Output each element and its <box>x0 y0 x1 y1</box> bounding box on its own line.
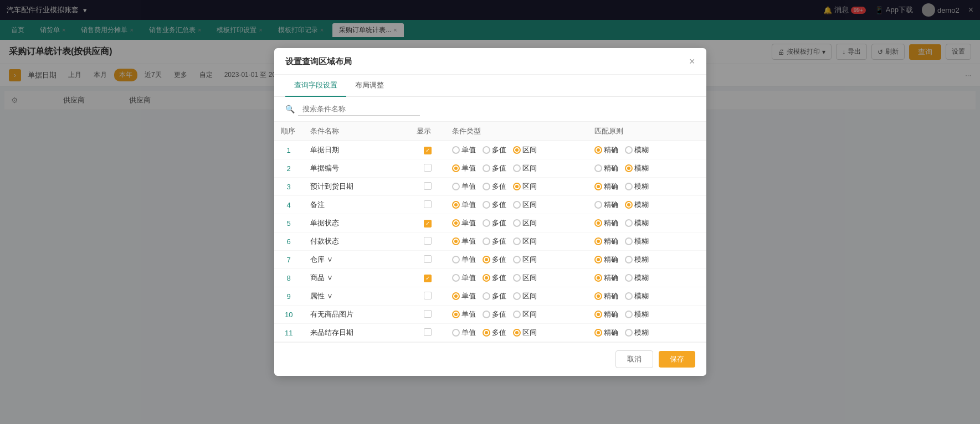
match-radio-label: 精确 <box>604 145 618 155</box>
match-radio-item[interactable]: 精确 <box>594 182 618 192</box>
show-checkbox[interactable] <box>424 164 432 172</box>
type-radio-item[interactable]: 多值 <box>483 200 506 210</box>
radio-label: 区间 <box>522 218 537 228</box>
match-radio-item[interactable]: 模糊 <box>625 145 649 155</box>
match-radio-item[interactable]: 模糊 <box>625 309 649 319</box>
cell-show[interactable] <box>410 306 445 324</box>
match-radio-item[interactable]: 模糊 <box>625 200 649 210</box>
match-radio-item[interactable]: 模糊 <box>625 163 649 173</box>
type-radio-item[interactable]: 区间 <box>513 291 537 301</box>
match-radio-item[interactable]: 精确 <box>594 291 618 301</box>
type-radio-item[interactable]: 单值 <box>452 291 476 301</box>
show-checkbox[interactable] <box>424 310 432 318</box>
type-radio-item[interactable]: 多值 <box>483 291 506 301</box>
type-radio-item[interactable]: 多值 <box>483 182 506 192</box>
match-radio-item[interactable]: 模糊 <box>625 255 649 265</box>
match-radio-item[interactable]: 模糊 <box>625 328 649 338</box>
type-radio-item[interactable]: 单值 <box>452 273 476 283</box>
dialog-close-button[interactable]: × <box>689 56 695 68</box>
match-radio-item[interactable]: 精确 <box>594 328 618 338</box>
type-radio-item[interactable]: 多值 <box>483 328 506 338</box>
type-radio-item[interactable]: 多值 <box>483 309 506 319</box>
type-radio-item[interactable]: 单值 <box>452 255 476 265</box>
dialog-tab-layout[interactable]: 布局调整 <box>346 75 393 97</box>
cell-show[interactable] <box>410 141 445 159</box>
radio-circle <box>452 292 460 300</box>
show-checkbox[interactable] <box>424 328 432 336</box>
dialog-search-area: 🔍 <box>274 97 706 122</box>
cell-show[interactable] <box>410 232 445 251</box>
match-radio-item[interactable]: 精确 <box>594 145 618 155</box>
table-row: 10有无商品图片单值多值区间精确模糊 <box>274 306 706 324</box>
match-radio-item[interactable]: 模糊 <box>625 218 649 228</box>
type-radio-item[interactable]: 多值 <box>483 163 506 173</box>
show-checkbox[interactable] <box>424 147 432 154</box>
type-radio-item[interactable]: 多值 <box>483 218 506 228</box>
table-row: 11来品结存日期单值多值区间精确模糊 <box>274 324 706 342</box>
match-radio-item[interactable]: 精确 <box>594 218 618 228</box>
type-radio-item[interactable]: 单值 <box>452 328 476 338</box>
type-radio-item[interactable]: 区间 <box>513 255 537 265</box>
match-radio-item[interactable]: 精确 <box>594 273 618 283</box>
cell-show[interactable] <box>410 324 445 342</box>
cancel-button[interactable]: 取消 <box>615 350 653 368</box>
cell-show[interactable] <box>410 196 445 214</box>
match-radio-item[interactable]: 精确 <box>594 163 618 173</box>
show-checkbox[interactable] <box>424 275 432 282</box>
type-radio-item[interactable]: 多值 <box>483 255 506 265</box>
type-radio-item[interactable]: 单值 <box>452 163 476 173</box>
type-radio-item[interactable]: 区间 <box>513 145 537 155</box>
match-radio-item[interactable]: 精确 <box>594 255 618 265</box>
dialog-tab-query-fields[interactable]: 查询字段设置 <box>285 75 346 97</box>
match-radio-item[interactable]: 精确 <box>594 200 618 210</box>
type-radio-item[interactable]: 区间 <box>513 182 537 192</box>
radio-label: 区间 <box>522 236 537 246</box>
cell-show[interactable] <box>410 269 445 287</box>
match-radio-circle <box>625 311 633 318</box>
show-checkbox[interactable] <box>424 200 432 208</box>
type-radio-item[interactable]: 区间 <box>513 218 537 228</box>
show-checkbox[interactable] <box>424 255 432 263</box>
type-radio-item[interactable]: 单值 <box>452 236 476 246</box>
type-radio-item[interactable]: 区间 <box>513 328 537 338</box>
type-radio-item[interactable]: 单值 <box>452 218 476 228</box>
match-radio-item[interactable]: 模糊 <box>625 291 649 301</box>
type-radio-item[interactable]: 多值 <box>483 145 506 155</box>
match-radio-circle <box>594 311 602 318</box>
cell-show[interactable] <box>410 287 445 306</box>
type-radio-item[interactable]: 单值 <box>452 145 476 155</box>
show-checkbox[interactable] <box>424 292 432 299</box>
cell-match: 精确模糊 <box>588 306 706 324</box>
cell-type: 单值多值区间 <box>445 141 587 159</box>
type-radio-item[interactable]: 区间 <box>513 200 537 210</box>
type-radio-item[interactable]: 区间 <box>513 309 537 319</box>
show-checkbox[interactable] <box>424 237 432 245</box>
type-radio-item[interactable]: 区间 <box>513 236 537 246</box>
save-button[interactable]: 保存 <box>659 351 695 368</box>
match-radio-item[interactable]: 精确 <box>594 236 618 246</box>
match-radio-label: 模糊 <box>634 236 649 246</box>
type-radio-item[interactable]: 单值 <box>452 200 476 210</box>
match-radio-item[interactable]: 模糊 <box>625 182 649 192</box>
type-radio-item[interactable]: 多值 <box>483 236 506 246</box>
show-checkbox[interactable] <box>424 182 432 190</box>
cell-name: 付款状态 <box>304 232 410 251</box>
type-radio-item[interactable]: 区间 <box>513 163 537 173</box>
cell-show[interactable] <box>410 251 445 269</box>
type-radio-item[interactable]: 多值 <box>483 273 506 283</box>
type-radio-item[interactable]: 单值 <box>452 309 476 319</box>
cell-show[interactable] <box>410 214 445 232</box>
cell-match: 精确模糊 <box>588 232 706 251</box>
match-radio-item[interactable]: 模糊 <box>625 273 649 283</box>
type-radio-item[interactable]: 单值 <box>452 182 476 192</box>
cell-show[interactable] <box>410 159 445 178</box>
cell-show[interactable] <box>410 178 445 196</box>
th-order: 顺序 <box>274 122 304 141</box>
cell-name: 来品结存日期 <box>304 324 410 342</box>
show-checkbox[interactable] <box>424 220 432 227</box>
match-radio-item[interactable]: 模糊 <box>625 236 649 246</box>
type-radio-item[interactable]: 区间 <box>513 273 537 283</box>
match-radio-item[interactable]: 精确 <box>594 309 618 319</box>
search-input[interactable] <box>298 102 420 116</box>
radio-label: 多值 <box>492 291 506 301</box>
